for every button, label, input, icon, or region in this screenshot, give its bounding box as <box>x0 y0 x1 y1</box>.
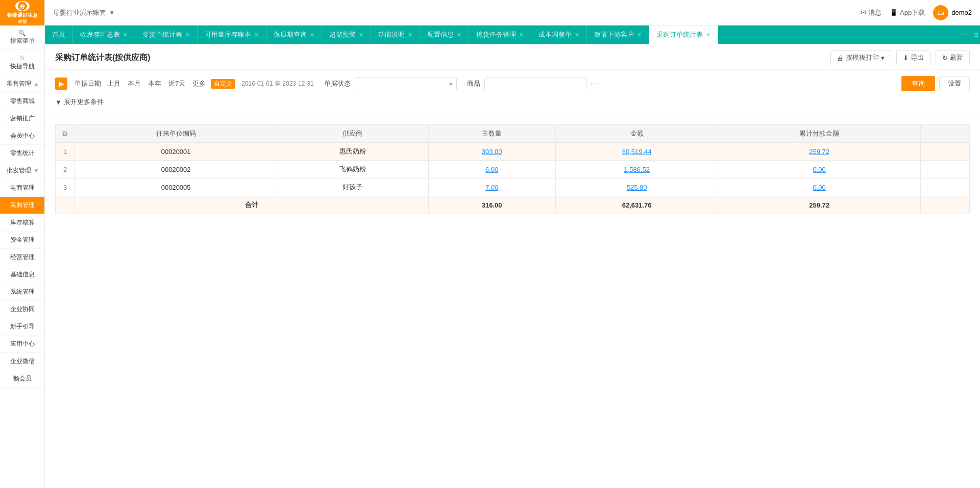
row-2-quantity-link[interactable]: 6.00 <box>485 166 498 173</box>
row-2-code: 00020002 <box>75 161 277 178</box>
this-year-btn[interactable]: 本年 <box>146 79 163 89</box>
table-row[interactable]: 1 00020001 惠氏奶粉 303.00 60,519.44 259.72 <box>56 143 970 161</box>
query-button[interactable]: 查询 <box>901 76 935 91</box>
tab-close-11[interactable]: ✕ <box>706 32 710 38</box>
workspace-selector[interactable]: 母婴行业演示账套 ▾ <box>53 8 114 17</box>
app-version: 标版 <box>18 18 27 25</box>
sidebar-item-retail-stat[interactable]: 零售统计 <box>0 145 44 162</box>
row-1-quantity-link[interactable]: 303.00 <box>482 148 502 156</box>
sidebar-item-ops[interactable]: 经营管理 <box>0 249 44 266</box>
goods-more-button[interactable]: ··· <box>591 79 600 88</box>
last-month-btn[interactable]: 上月 <box>105 79 122 89</box>
tab-close-3[interactable]: ✕ <box>254 32 259 38</box>
total-extra <box>920 196 969 214</box>
sidebar-item-inventory[interactable]: 库存核算 <box>0 214 44 232</box>
column-settings-icon[interactable]: ⚙ <box>62 130 68 138</box>
sidebar-item-wechat[interactable]: 企业微信 <box>0 353 44 370</box>
col-extra <box>920 125 969 143</box>
row-1-paid-link[interactable]: 259.72 <box>809 148 829 156</box>
filter-toggle-button[interactable]: ▶ <box>55 78 67 90</box>
tab-shoufacun[interactable]: 收发存汇总表 ✕ <box>73 25 135 44</box>
refresh-icon: ↻ <box>942 54 948 62</box>
row-3-amount-link[interactable]: 525.80 <box>627 184 647 191</box>
topbar: 母婴行业演示账套 ▾ ✉ 消息 📱 App下载 Ea demo2 <box>45 0 980 25</box>
col-supplier-header: 供应商 <box>277 125 428 143</box>
sidebar-item-enterprise[interactable]: 企业协同 <box>0 301 44 318</box>
sidebar-item-retail-mgmt[interactable]: 零售管理 ▲ <box>0 75 44 93</box>
tab-close-8[interactable]: ✕ <box>519 32 524 38</box>
this-month-btn[interactable]: 本月 <box>126 79 143 89</box>
tab-baozhi[interactable]: 保质期查询 ✕ <box>266 25 322 44</box>
sidebar-item-purchase[interactable]: 采购管理 <box>0 197 44 214</box>
tab-close-2[interactable]: ✕ <box>185 32 190 38</box>
row-3-extra <box>920 178 969 196</box>
user-profile[interactable]: Ea demo2 <box>933 5 972 20</box>
app-download-button[interactable]: 📱 App下载 <box>890 8 925 17</box>
col-quantity-header: 主数量 <box>428 125 555 143</box>
sidebar-item-quick-nav[interactable]: ☆ 快捷导航 <box>0 50 44 75</box>
sidebar-item-newbie[interactable]: 新手引导 <box>0 318 44 336</box>
row-2-paid: 0.00 <box>718 161 920 178</box>
sidebar-item-finance[interactable]: 资金管理 <box>0 232 44 249</box>
settings-button[interactable]: 设置 <box>939 76 970 91</box>
tab-home[interactable]: 首页 <box>45 25 73 44</box>
tab-close-9[interactable]: ✕ <box>575 32 579 38</box>
search-icon: 🔍 <box>18 30 26 37</box>
refresh-button[interactable]: ↻ 刷新 <box>936 50 970 65</box>
tab-close-4[interactable]: ✕ <box>310 32 314 38</box>
tab-yaoqing[interactable]: 邀请下游客户 ✕ <box>587 25 649 44</box>
expand-more-button[interactable]: ▼ 展开更多条件 <box>55 95 104 109</box>
sidebar-item-marketing[interactable]: 营销推广 <box>0 110 44 127</box>
row-2-amount-link[interactable]: 1,586.52 <box>624 166 650 173</box>
row-1-index: 1 <box>56 143 75 161</box>
data-table: ⚙ 往来单位编码 供应商 主数量 金额 累计付款金额 1 00020001 <box>55 124 970 214</box>
tab-caigou[interactable]: 采购订单统计表 ✕ <box>649 25 718 44</box>
tab-close-7[interactable]: ✕ <box>457 32 461 38</box>
total-quantity: 316.00 <box>428 196 555 214</box>
sidebar-item-wholesale[interactable]: 批发管理 ▼ <box>0 162 44 179</box>
total-empty-1 <box>56 196 75 214</box>
sidebar-item-retail-mall[interactable]: 零售商城 <box>0 93 44 110</box>
sidebar-item-member[interactable]: 会员中心 <box>0 127 44 145</box>
table-row[interactable]: 3 00020005 好孩子 7.00 525.80 0.00 <box>56 178 970 196</box>
tab-paihuorenwu[interactable]: 拣货任务管理 ✕ <box>469 25 531 44</box>
export-button[interactable]: ⬇ 导出 <box>896 50 930 65</box>
minimize-button[interactable]: — <box>960 31 968 39</box>
tab-gongneng[interactable]: 功能说明 ✕ <box>371 25 420 44</box>
sidebar-item-member2[interactable]: 畅会员 <box>0 370 44 388</box>
more-dates-btn[interactable]: 更多 <box>190 79 208 89</box>
custom-date-badge[interactable]: 自定义 <box>211 79 235 89</box>
sidebar-item-app-center[interactable]: 应用中心 <box>0 336 44 353</box>
template-print-button[interactable]: 🖨 按模板打印 ▾ <box>830 50 891 65</box>
tab-peizhi[interactable]: 配置信息 ✕ <box>420 25 469 44</box>
sidebar-item-search[interactable]: 🔍 搜索菜单 <box>0 25 44 50</box>
tab-close-1[interactable]: ✕ <box>123 32 128 38</box>
message-button[interactable]: ✉ 消息 <box>861 8 881 17</box>
tab-yaohuo[interactable]: 要货单统计表 ✕ <box>135 25 198 44</box>
sidebar-item-ecommerce[interactable]: 电商管理 <box>0 179 44 197</box>
sidebar-item-system[interactable]: 系统管理 <box>0 284 44 301</box>
tab-close-10[interactable]: ✕ <box>637 32 642 38</box>
row-3-paid-link[interactable]: 0.00 <box>813 184 825 191</box>
row-2-paid-link[interactable]: 0.00 <box>813 166 825 173</box>
date-shortcuts: 上月 本月 本年 近7天 更多 自定义 <box>105 79 235 89</box>
tab-chaochuyujing[interactable]: 超储预警 ✕ <box>322 25 371 44</box>
tab-chengben[interactable]: 成本调整单 ✕ <box>531 25 587 44</box>
filter-collapse: ▶ 单据日期 上月 本月 本年 近7天 更多 自定义 2016-01-01 至 … <box>55 78 314 90</box>
row-1-amount-link[interactable]: 60,519.44 <box>622 148 652 156</box>
tab-close-5[interactable]: ✕ <box>359 32 363 38</box>
sidebar-item-basic[interactable]: 基础信息 <box>0 266 44 284</box>
row-3-quantity-link[interactable]: 7.00 <box>485 184 498 191</box>
row-2-quantity: 6.00 <box>428 161 555 178</box>
window-controls: — □ <box>960 31 980 39</box>
tab-close-6[interactable]: ✕ <box>408 32 412 38</box>
row-1-extra <box>920 143 969 161</box>
table-row[interactable]: 2 00020002 飞鹤奶粉 6.00 1,586.52 0.00 <box>56 161 970 178</box>
status-filter: 单据状态 <box>324 78 457 90</box>
status-select[interactable] <box>355 78 457 90</box>
col-paid-header: 累计付款金额 <box>718 125 920 143</box>
last-7-days-btn[interactable]: 近7天 <box>166 79 187 89</box>
goods-input[interactable] <box>484 78 586 90</box>
tab-keyong[interactable]: 可用量库存账本 ✕ <box>198 25 266 44</box>
maximize-button[interactable]: □ <box>972 31 980 39</box>
